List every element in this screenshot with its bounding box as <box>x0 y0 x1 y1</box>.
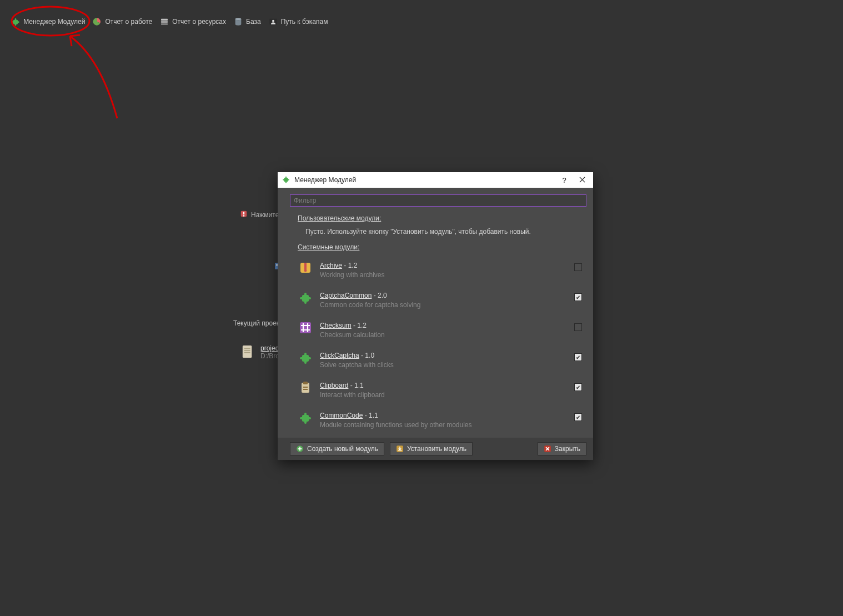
module-enable-checkbox[interactable] <box>574 353 582 361</box>
toolbar-item-label: Путь к бэкапам <box>281 18 328 26</box>
module-name: ClickCaptcha <box>320 352 359 359</box>
svg-rect-27 <box>398 450 402 451</box>
dialog-help-button[interactable]: ? <box>558 176 571 184</box>
piechart-icon <box>93 17 102 26</box>
svg-rect-1 <box>161 21 168 23</box>
toolbar-resource-report[interactable]: Отчет о ресурсах <box>160 17 226 26</box>
module-version: - 1.0 <box>359 352 374 359</box>
module-row[interactable]: Archive - 1.2Working with archives <box>290 257 586 287</box>
module-row[interactable]: ClickCaptcha - 1.0Solve captcha with cli… <box>290 347 586 377</box>
close-dialog-button[interactable]: Закрыть <box>538 442 586 455</box>
module-enable-checkbox[interactable] <box>574 323 582 331</box>
module-enable-checkbox[interactable] <box>574 383 582 391</box>
plus-circle-icon <box>296 445 304 453</box>
svg-rect-8 <box>243 212 244 215</box>
module-description: Interact with clipboard <box>320 391 566 399</box>
toolbar-item-label: Менеджер Модулей <box>23 18 85 26</box>
svg-point-19 <box>304 269 307 272</box>
download-icon <box>396 445 404 453</box>
module-description: Module containing functions used by othe… <box>320 421 566 429</box>
close-red-icon <box>544 445 551 453</box>
module-description: Checksum calculation <box>320 331 566 339</box>
puzzle-icon <box>299 291 312 304</box>
module-enable-checkbox[interactable] <box>574 293 582 301</box>
svg-rect-16 <box>244 352 250 353</box>
module-name: Clipboard <box>320 382 348 389</box>
svg-point-5 <box>272 20 274 22</box>
install-module-button[interactable]: Установить модуль <box>390 442 473 455</box>
svg-rect-15 <box>244 350 250 351</box>
toolbar-item-label: Отчет о ресурсах <box>172 18 226 26</box>
database-icon <box>234 17 243 26</box>
module-name: Archive <box>320 262 342 269</box>
dialog-footer: Создать новый модуль Установить модуль З… <box>278 438 593 460</box>
toolbar-database[interactable]: База <box>234 17 261 26</box>
svg-rect-13 <box>243 345 252 358</box>
svg-rect-2 <box>161 23 168 25</box>
clipboard-icon <box>299 381 312 394</box>
stack-icon <box>160 17 169 26</box>
svg-point-3 <box>235 18 242 20</box>
module-enable-checkbox[interactable] <box>574 263 582 271</box>
toolbar-backup-path[interactable]: Путь к бэкапам <box>269 17 328 26</box>
create-module-button[interactable]: Создать новый модуль <box>290 442 384 455</box>
warning-icon <box>240 210 248 219</box>
module-row[interactable]: Checksum - 1.2Checksum calculation <box>290 317 586 347</box>
module-version: - 1.1 <box>363 412 378 419</box>
module-row[interactable]: CommonCode - 1.1Module containing functi… <box>290 407 586 429</box>
module-version: - 1.1 <box>348 382 363 389</box>
puzzle-icon <box>299 411 312 424</box>
module-row[interactable]: CaptchaCommon - 2.0Common code for captc… <box>290 287 586 317</box>
module-enable-checkbox[interactable] <box>574 413 582 421</box>
puzzle-icon <box>11 17 20 26</box>
bg-project-entry[interactable]: project D:/Bro <box>242 344 280 361</box>
svg-rect-18 <box>304 263 307 269</box>
filter-row <box>278 188 593 211</box>
toolbar-module-manager[interactable]: Менеджер Модулей <box>11 17 85 26</box>
hash-icon <box>299 321 312 334</box>
module-name: Checksum <box>320 322 352 329</box>
toolbar-item-label: База <box>246 18 261 26</box>
puzzle-icon <box>299 351 312 364</box>
module-name: CommonCode <box>320 412 363 419</box>
module-description: Common code for captcha solving <box>320 301 566 309</box>
svg-rect-23 <box>303 387 308 388</box>
dialog-close-button[interactable] <box>575 176 589 184</box>
user-modules-empty-msg: Пусто. Используйте кнопку "Установить мо… <box>305 228 586 236</box>
folder-user-icon <box>269 17 278 26</box>
svg-rect-9 <box>243 215 244 216</box>
module-list-scroll[interactable]: Пользовательские модули: Пусто. Использу… <box>290 211 590 429</box>
bg-current-project-label: Текущий проект <box>233 319 283 327</box>
dialog-title: Менеджер Модулей <box>294 176 553 184</box>
archive-icon <box>299 261 312 274</box>
svg-rect-0 <box>161 19 168 21</box>
dialog-titlebar: Менеджер Модулей ? <box>278 172 593 188</box>
module-name: CaptchaCommon <box>320 292 372 299</box>
main-toolbar: ать Менеджер Модулей Отчет о работе Отче… <box>0 15 328 28</box>
toolbar-work-report[interactable]: Отчет о работе <box>93 17 152 26</box>
toolbar-item-label: Отчет о работе <box>105 18 152 26</box>
svg-rect-22 <box>303 382 308 384</box>
module-row[interactable]: Clipboard - 1.1Interact with clipboard <box>290 377 586 407</box>
puzzle-icon <box>282 176 290 185</box>
user-modules-header: Пользовательские модули: <box>298 214 586 222</box>
module-manager-dialog: Менеджер Модулей ? Пользовательские моду… <box>278 172 593 460</box>
module-version: - 2.0 <box>372 292 387 299</box>
svg-rect-24 <box>303 389 308 390</box>
svg-rect-14 <box>244 348 250 349</box>
svg-rect-20 <box>300 322 311 333</box>
filter-input[interactable] <box>290 194 586 207</box>
module-description: Solve captcha with clicks <box>320 361 566 369</box>
module-description: Working with archives <box>320 271 566 279</box>
module-version: - 1.2 <box>342 262 357 269</box>
document-icon <box>242 344 254 361</box>
system-modules-header: Системные модули: <box>298 243 586 251</box>
module-version: - 1.2 <box>352 322 367 329</box>
